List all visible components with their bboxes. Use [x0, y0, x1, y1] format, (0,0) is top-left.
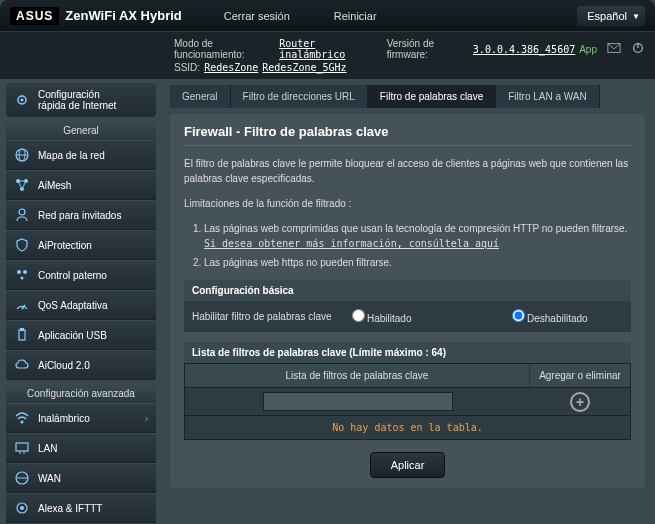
- tab-keyword-filter[interactable]: Filtro de palabras clave: [368, 85, 496, 108]
- add-button[interactable]: +: [570, 392, 590, 412]
- ssid-2[interactable]: RedesZone_5GHz: [262, 62, 346, 73]
- language-select[interactable]: Español: [577, 6, 645, 26]
- sidebar-item-alexa[interactable]: Alexa & IFTTT: [6, 493, 156, 523]
- tab-general[interactable]: General: [170, 85, 231, 108]
- apply-button[interactable]: Aplicar: [370, 452, 446, 478]
- info-bar: Modo de funcionamiento: Router inalámbri…: [0, 32, 655, 79]
- top-bar: ASUS ZenWiFi AX Hybrid Cerrar sesión Rei…: [0, 0, 655, 32]
- radio-disabled-wrap[interactable]: Deshabilitado: [512, 309, 655, 324]
- col-action: Agregar o eliminar: [530, 364, 630, 387]
- svg-point-15: [17, 270, 21, 274]
- family-icon: [14, 267, 30, 283]
- svg-point-4: [21, 99, 24, 102]
- sidebar-item-lan[interactable]: LAN: [6, 433, 156, 463]
- sidebar-item-guest-network[interactable]: Red para invitados: [6, 200, 156, 230]
- mesh-icon: [14, 177, 30, 193]
- limit-2: Las páginas web https no pueden filtrars…: [204, 255, 631, 270]
- wifi-icon: [14, 410, 30, 426]
- divider: [184, 145, 631, 146]
- svg-point-16: [23, 270, 27, 274]
- keyword-input[interactable]: [263, 392, 453, 411]
- limits-label: Limitaciones de la función de filtrado :: [184, 196, 631, 211]
- svg-point-14: [19, 209, 25, 215]
- ssid-label: SSID:: [174, 62, 200, 73]
- gear-arrow-icon: [14, 92, 30, 108]
- panel: Firewall - Filtro de palabras clave El f…: [170, 114, 645, 488]
- sidebar-item-parental[interactable]: Control paterno: [6, 260, 156, 290]
- sidebar-item-usb[interactable]: Aplicación USB: [6, 320, 156, 350]
- sidebar-item-network-map[interactable]: Mapa de la red: [6, 140, 156, 170]
- keyword-list-header: Lista de filtros de palabras clave (Lími…: [184, 342, 631, 363]
- tab-url-filter[interactable]: Filtro de direcciones URL: [231, 85, 368, 108]
- guest-icon: [14, 207, 30, 223]
- radio-enabled-wrap[interactable]: Habilitado: [352, 309, 502, 324]
- usb-icon: [14, 327, 30, 343]
- radio-enabled[interactable]: [352, 309, 365, 322]
- mode-label: Modo de funcionamiento:: [174, 38, 275, 60]
- svg-point-21: [21, 421, 24, 424]
- limit-1: Las páginas web comprimidas que usan la …: [204, 221, 631, 251]
- tab-bar: General Filtro de direcciones URL Filtro…: [170, 85, 645, 108]
- power-icon[interactable]: [631, 41, 645, 57]
- svg-rect-19: [19, 330, 25, 340]
- basic-config-header: Configuración básica: [184, 280, 631, 301]
- sidebar-item-aiprotection[interactable]: AiProtection: [6, 230, 156, 260]
- reboot-button[interactable]: Reiniciar: [322, 6, 389, 26]
- product-name: ZenWiFi AX Hybrid: [65, 8, 181, 23]
- ssid-1[interactable]: RedesZone: [204, 62, 258, 73]
- radio-disabled[interactable]: [512, 309, 525, 322]
- panel-title: Firewall - Filtro de palabras clave: [184, 124, 631, 139]
- svg-line-12: [18, 181, 22, 189]
- sidebar-item-wireless[interactable]: Inalámbrico›: [6, 403, 156, 433]
- mail-icon[interactable]: [607, 41, 621, 57]
- empty-message: No hay datos en la tabla.: [185, 415, 630, 439]
- sidebar-item-wan[interactable]: WAN: [6, 463, 156, 493]
- firmware-value[interactable]: 3.0.0.4.386_45607: [473, 44, 575, 55]
- svg-rect-22: [16, 443, 28, 451]
- tab-lan-wan-filter[interactable]: Filtro LAN a WAN: [496, 85, 600, 108]
- gauge-icon: [14, 297, 30, 313]
- logo-group: ASUS ZenWiFi AX Hybrid: [10, 7, 182, 25]
- enable-filter-label: Habilitar filtro de palabras clave: [192, 311, 342, 322]
- sidebar-advanced-header: Configuración avanzada: [6, 384, 156, 403]
- keyword-table: Lista de filtros de palabras clave Agreg…: [184, 363, 631, 440]
- firmware-label: Versión de firmware:: [387, 38, 469, 60]
- shield-icon: [14, 237, 30, 253]
- app-link[interactable]: App: [579, 44, 597, 55]
- mode-value[interactable]: Router inalámbrico: [279, 38, 377, 60]
- sidebar-general-header: General: [6, 121, 156, 140]
- main-content: General Filtro de direcciones URL Filtro…: [160, 79, 655, 524]
- limits-list: Las páginas web comprimidas que usan la …: [204, 221, 631, 270]
- more-info-link[interactable]: Si desea obtener más información, consúl…: [204, 238, 499, 249]
- quick-setup-button[interactable]: Configuración rápida de Internet: [6, 83, 156, 117]
- svg-point-17: [21, 277, 24, 280]
- svg-rect-20: [20, 328, 24, 331]
- quick-setup-line1: Configuración: [38, 89, 116, 100]
- intro-text: El filtro de palabras clave le permite b…: [184, 156, 631, 186]
- sidebar: Configuración rápida de Internet General…: [0, 79, 160, 524]
- svg-line-13: [22, 181, 26, 189]
- globe-icon: [14, 147, 30, 163]
- wan-icon: [14, 470, 30, 486]
- chevron-right-icon: ›: [145, 413, 148, 424]
- sidebar-item-qos[interactable]: QoS Adaptativa: [6, 290, 156, 320]
- logout-button[interactable]: Cerrar sesión: [212, 6, 302, 26]
- col-keyword: Lista de filtros de palabras clave: [185, 364, 530, 387]
- svg-point-28: [20, 506, 24, 510]
- lan-icon: [14, 440, 30, 456]
- sidebar-item-aimesh[interactable]: AiMesh: [6, 170, 156, 200]
- brand-logo: ASUS: [10, 7, 59, 25]
- cloud-icon: [14, 357, 30, 373]
- quick-setup-line2: rápida de Internet: [38, 100, 116, 111]
- voice-icon: [14, 500, 30, 516]
- sidebar-item-aicloud[interactable]: AiCloud 2.0: [6, 350, 156, 380]
